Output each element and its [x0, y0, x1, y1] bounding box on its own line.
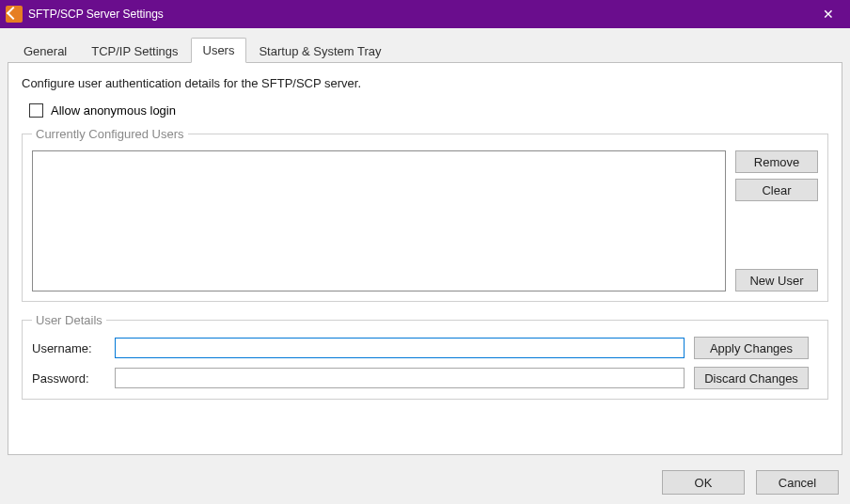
group-configured-users-title: Currently Configured Users: [32, 127, 188, 141]
close-button[interactable]: ✕: [807, 0, 850, 28]
allow-anonymous-label: Allow anonymous login: [51, 103, 176, 118]
group-configured-users: Currently Configured Users Remove Clear …: [22, 127, 828, 302]
remove-button[interactable]: Remove: [735, 150, 818, 173]
tab-tcpip[interactable]: TCP/IP Settings: [79, 39, 190, 63]
window-title: SFTP/SCP Server Settings: [28, 8, 807, 21]
discard-changes-button[interactable]: Discard Changes: [694, 367, 809, 389]
tab-strip: General TCP/IP Settings Users Startup & …: [11, 36, 842, 62]
close-icon: ✕: [823, 7, 834, 22]
username-input[interactable]: [115, 338, 685, 358]
clear-button[interactable]: Clear: [735, 179, 818, 201]
password-input[interactable]: [115, 368, 685, 388]
users-listbox[interactable]: [32, 150, 726, 291]
username-label: Username:: [32, 341, 105, 355]
titlebar: SFTP/SCP Server Settings ✕: [0, 0, 850, 28]
group-user-details: User Details Username: Apply Changes Pas…: [22, 313, 828, 400]
apply-changes-button[interactable]: Apply Changes: [694, 337, 809, 359]
password-label: Password:: [32, 371, 105, 386]
ok-button[interactable]: OK: [662, 470, 745, 495]
allow-anonymous-checkbox[interactable]: [29, 103, 43, 118]
panel-description: Configure user authentication details fo…: [22, 76, 828, 90]
group-user-details-title: User Details: [32, 313, 106, 327]
client-area: General TCP/IP Settings Users Startup & …: [0, 28, 850, 504]
tab-general[interactable]: General: [11, 39, 79, 63]
allow-anonymous-row[interactable]: Allow anonymous login: [29, 103, 828, 118]
new-user-button[interactable]: New User: [735, 269, 818, 291]
tab-users[interactable]: Users: [191, 38, 247, 63]
cancel-button[interactable]: Cancel: [756, 470, 839, 495]
tab-startup[interactable]: Startup & System Tray: [246, 39, 393, 63]
users-buttons-column: Remove Clear New User: [735, 150, 818, 291]
tab-panel-users: Configure user authentication details fo…: [8, 62, 842, 455]
dialog-footer: OK Cancel: [662, 470, 839, 495]
app-icon: [6, 6, 23, 23]
